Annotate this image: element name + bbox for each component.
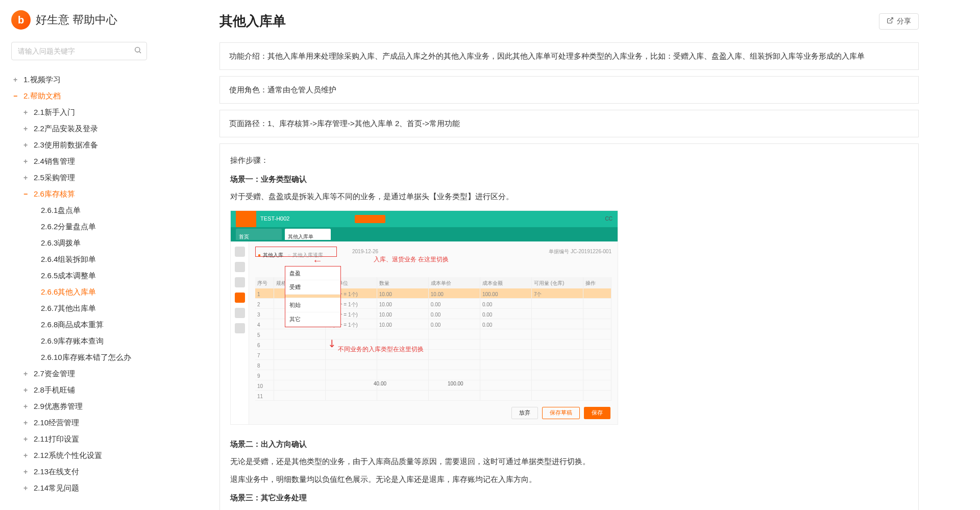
nav-label: 2.6.5成本调整单 <box>41 268 96 284</box>
steps-label: 操作步骤： <box>230 153 908 168</box>
nav-item-264[interactable]: 2.6.4组装拆卸单 <box>11 251 147 268</box>
nav-item-24[interactable]: 2.4销售管理 <box>11 153 147 169</box>
logo-icon: b <box>11 10 31 30</box>
intro-box: 功能介绍：其他入库单用来处理除采购入库、产成品入库之外的其他入库业务，因此其他入… <box>219 42 919 70</box>
nav-item-211[interactable]: 2.11打印设置 <box>11 431 147 447</box>
nav-label: 2.3使用前数据准备 <box>34 137 98 153</box>
shot-nav-icon <box>235 247 245 257</box>
expand-icon <box>21 370 30 378</box>
shot-tabs: 首页 其他入库单 <box>231 227 618 241</box>
nav-label: 2.6.1盘点单 <box>41 202 81 218</box>
nav-label: 2.6.10库存账本错了怎么办 <box>41 349 131 366</box>
nav-tree: 1.视频学习 2.帮助文档 2.1新手入门 2.2产品安装及登录 2.3使用前数… <box>11 71 147 496</box>
shot-annotation-1: 入库、退货业务 在这里切换 <box>374 254 449 265</box>
nav-item-29[interactable]: 2.9优惠券管理 <box>11 398 147 415</box>
nav-item-213[interactable]: 2.13在线支付 <box>11 464 147 480</box>
search-icon[interactable] <box>134 46 142 56</box>
nav-label: 2.6库存核算 <box>34 186 75 202</box>
collapse-icon <box>11 92 19 100</box>
nav-label: 2.12系统个性化设置 <box>34 447 102 464</box>
shot-totals: 40.00 100.00 <box>374 379 463 388</box>
nav-label: 2.10经营管理 <box>34 415 79 431</box>
expand-icon <box>21 108 30 116</box>
expand-icon <box>21 157 30 165</box>
shot-org: TEST-H002 <box>260 213 289 224</box>
nav-item-25[interactable]: 2.5采购管理 <box>11 169 147 186</box>
nav-item-261[interactable]: 2.6.1盘点单 <box>11 202 147 218</box>
dropdown-option: 盘盈 <box>285 266 340 281</box>
nav-item-265[interactable]: 2.6.5成本调整单 <box>11 268 147 284</box>
nav-item-26[interactable]: 2.6库存核算 <box>11 186 147 202</box>
nav-item-docs[interactable]: 2.帮助文档 <box>11 88 147 104</box>
intro-text: 其他入库单用来处理除采购入库、产成品入库之外的其他入库业务，因此其他入库单可处理… <box>267 52 865 60</box>
path-box: 页面路径：1、库存核算->库存管理->其他入库单 2、首页->常用功能 <box>219 110 919 137</box>
dropdown-option: 其它 <box>285 312 340 327</box>
expand-icon <box>21 125 30 133</box>
shot-nav-icon <box>235 323 245 333</box>
scene1-text: 对于受赠、盘盈或是拆装入库等不同的业务，是通过单据头【业务类型】进行区分。 <box>230 189 908 204</box>
collapse-icon <box>21 190 30 198</box>
nav-item-214[interactable]: 2.14常见问题 <box>11 480 147 496</box>
nav-item-263[interactable]: 2.6.3调拨单 <box>11 235 147 251</box>
nav-label: 2.2产品安装及登录 <box>34 120 98 137</box>
page-title: 其他入库单 <box>219 12 286 30</box>
main-content: 其他入库单 分享 功能介绍：其他入库单用来处理除采购入库、产成品入库之外的其他入… <box>158 0 980 510</box>
nav-item-27[interactable]: 2.7资金管理 <box>11 366 147 382</box>
dropdown-option: 受赠 <box>285 280 340 295</box>
shot-nav-icon <box>235 262 245 272</box>
search-input[interactable] <box>11 42 147 60</box>
shot-nav-icon <box>235 277 245 287</box>
nav-label: 2.6.2分量盘点单 <box>41 218 96 235</box>
nav-item-28[interactable]: 2.8手机旺铺 <box>11 382 147 398</box>
scene2-text1: 无论是受赠，还是其他类型的业务，由于入库商品质量等原因，需要退回，这时可通过单据… <box>230 454 908 469</box>
nav-label: 2.6.8商品成本重算 <box>41 317 104 333</box>
nav-item-266[interactable]: 2.6.6其他入库单 <box>11 284 147 300</box>
shot-type-radio-highlight: ●其他入库 ○其他入库退库 <box>255 247 337 257</box>
nav-label: 2.6.9库存账本查询 <box>41 333 104 349</box>
nav-label: 2.8手机旺铺 <box>34 382 75 398</box>
expand-icon <box>21 484 30 492</box>
nav-item-23[interactable]: 2.3使用前数据准备 <box>11 137 147 153</box>
shot-nav-icon <box>235 293 245 303</box>
nav-label: 2.4销售管理 <box>34 153 75 169</box>
nav-item-262[interactable]: 2.6.2分量盘点单 <box>11 218 147 235</box>
nav-item-212[interactable]: 2.12系统个性化设置 <box>11 447 147 464</box>
embedded-screenshot: TEST-H002 CC 首页 其他入库单 <box>230 210 618 425</box>
shot-table-row: 7 <box>255 350 611 360</box>
shot-footer: 放弃 保存草稿 保存 <box>511 407 610 419</box>
nav-item-21[interactable]: 2.1新手入门 <box>11 104 147 120</box>
share-button[interactable]: 分享 <box>879 13 919 30</box>
shot-biztype-dropdown: 盘盈 受赠 初始 其它 <box>285 266 341 328</box>
nav-label: 2.5采购管理 <box>34 169 75 186</box>
expand-icon <box>11 76 19 84</box>
shot-top-button <box>355 215 385 223</box>
shot-user: CC <box>605 214 612 224</box>
expand-icon <box>21 141 30 149</box>
nav-item-2610[interactable]: 2.6.10库存账本错了怎么办 <box>11 349 147 366</box>
shot-table-row: 6 <box>255 339 611 350</box>
shot-docno: 单据编号 JC-20191226-001 <box>549 247 611 256</box>
scene3-text: 1、赠品入库的商品直接转为销售。通过工具栏【复制/复制为销货单】功能，将单据信息… <box>230 508 908 511</box>
shot-cancel-button: 放弃 <box>511 407 538 419</box>
path-text: 1、库存核算->库存管理->其他入库单 2、首页->常用功能 <box>267 119 460 128</box>
nav-item-269[interactable]: 2.6.9库存账本查询 <box>11 333 147 349</box>
nav-item-210[interactable]: 2.10经营管理 <box>11 415 147 431</box>
scene2-text2: 退库业务中，明细数量均以负值红色展示。无论是入库还是退库，库存账均记在入库方向。 <box>230 472 908 487</box>
expand-icon <box>21 435 30 443</box>
nav-label: 2.6.3调拨单 <box>41 235 81 251</box>
nav-label: 2.14常见问题 <box>34 480 79 496</box>
nav-item-267[interactable]: 2.6.7其他出库单 <box>11 300 147 317</box>
role-label: 使用角色： <box>229 85 267 94</box>
shot-tab-doc: 其他入库单 <box>285 229 331 240</box>
nav-item-video[interactable]: 1.视频学习 <box>11 71 147 88</box>
share-label: 分享 <box>897 17 911 26</box>
expand-icon <box>21 402 30 410</box>
shot-logo-icon <box>236 211 256 227</box>
nav-item-22[interactable]: 2.2产品安装及登录 <box>11 120 147 137</box>
shot-save-button: 保存 <box>584 407 610 419</box>
nav-label: 2.6.6其他入库单 <box>41 284 96 300</box>
shot-table-row: 8 <box>255 360 611 370</box>
dropdown-option: 初始 <box>285 298 340 312</box>
shot-table-row: 5 <box>255 329 611 339</box>
nav-item-268[interactable]: 2.6.8商品成本重算 <box>11 317 147 333</box>
